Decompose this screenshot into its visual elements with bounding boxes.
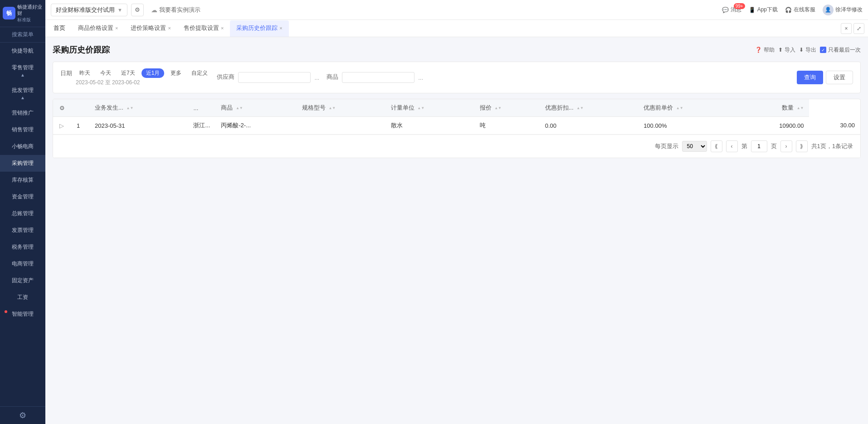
sidebar-item-smart[interactable]: 智能管理 <box>0 306 45 323</box>
page-number-input[interactable] <box>751 140 767 152</box>
page-next-button[interactable]: › <box>780 140 792 152</box>
tab-price[interactable]: 商品价格设置 × <box>72 20 124 37</box>
page-first-button[interactable]: ⟪ <box>711 140 722 152</box>
tab-sale-price-close[interactable]: × <box>221 25 224 31</box>
product-selector[interactable]: 好业财标准版交付试用 ▼ <box>51 4 127 16</box>
sidebar-item-ecommerce[interactable]: 电商管理 <box>0 255 45 272</box>
sidebar-item-invoice[interactable]: 发票管理 <box>0 222 45 239</box>
export-button[interactable]: ⬇ 导出 <box>799 46 816 54</box>
supplier-more-btn[interactable]: ... <box>312 74 321 81</box>
sidebar: 畅 畅捷通好业财 标准版 搜索菜单 快捷导航 零售管理 ▲ 批发管理 ▲ 营销推… <box>0 0 45 424</box>
tab-home[interactable]: 首页 <box>47 20 72 37</box>
user-info[interactable]: 👤 徐泽华修改 <box>823 5 863 15</box>
help-button[interactable]: ❓ 帮助 <box>755 46 775 54</box>
logo-icon: 畅 <box>3 7 15 19</box>
row-discount: 100.00% <box>638 117 739 135</box>
tab-close-button[interactable]: × <box>841 23 852 34</box>
tab-purchase-strategy[interactable]: 进价策略设置 × <box>124 20 177 37</box>
tab-sale-price[interactable]: 售价提取设置 × <box>177 20 230 37</box>
app-download-button[interactable]: 📱 App下载 <box>749 6 778 14</box>
discount-sort-icon: ▲▼ <box>576 106 584 110</box>
col-spec[interactable]: 规格型号 ▲▼ <box>297 99 385 117</box>
sidebar-item-fixed-assets[interactable]: 固定资产 <box>0 272 45 289</box>
tab-purchase-history-close[interactable]: × <box>279 25 282 31</box>
row-supplier: 浙江... <box>188 117 215 135</box>
col-date[interactable]: 业务发生... ▲▼ <box>89 99 188 117</box>
topbar-settings-button[interactable]: ⚙ <box>131 4 144 16</box>
topbar-right: 💬 消息 99+ 📱 App下载 🎧 在线客服 👤 徐泽华修改 <box>722 5 863 15</box>
sidebar-item-tax[interactable]: 税务管理 <box>0 239 45 255</box>
per-page-select[interactable]: 50 10 20 100 <box>682 141 707 152</box>
sidebar-item-wholesale[interactable]: 批发管理 ▲ <box>0 82 45 105</box>
online-service-button[interactable]: 🎧 在线客服 <box>785 6 815 14</box>
tab-price-close[interactable]: × <box>115 25 118 31</box>
query-button[interactable]: 查询 <box>797 71 823 84</box>
export-icon: ⬇ <box>799 47 804 53</box>
table-row: ▷ 1 2023-05-31 浙江... 丙烯酸-2-... 散水 吨 0.00… <box>53 117 860 135</box>
sidebar-item-payroll[interactable]: 工资 <box>0 289 45 306</box>
sidebar-item-finance[interactable]: 资金管理 <box>0 188 45 205</box>
only-last-checkbox[interactable] <box>820 47 826 53</box>
col-quantity[interactable]: 数量 ▲▼ <box>739 99 809 117</box>
price-sort-icon: ▲▼ <box>494 106 502 110</box>
supplier-filter-label: 供应商 <box>217 72 234 81</box>
date-today-btn[interactable]: 今天 <box>97 68 115 78</box>
tab-purchase-strategy-close[interactable]: × <box>168 25 171 31</box>
col-price[interactable]: 报价 ▲▼ <box>474 99 540 117</box>
page-prev-button[interactable]: ‹ <box>726 140 738 152</box>
sidebar-settings-button[interactable]: ⚙ <box>0 406 45 424</box>
sidebar-item-ledger[interactable]: 总账管理 <box>0 205 45 222</box>
sidebar-item-inventory[interactable]: 库存核算 <box>0 172 45 188</box>
import-button[interactable]: ⬆ 导入 <box>778 46 795 54</box>
col-unit[interactable]: 计量单位 ▲▼ <box>385 99 474 117</box>
col-product[interactable]: 商品 ▲▼ <box>215 99 297 117</box>
page-last-button[interactable]: ⟫ <box>796 140 808 152</box>
sidebar-quick-nav[interactable]: 快捷导航 <box>0 43 45 59</box>
row-spec <box>297 117 385 135</box>
filter-area: 日期 昨天 今天 近7天 近1月 更多 自定义 2023-05-02 至 202… <box>53 62 861 93</box>
col-more[interactable]: ... <box>188 99 215 117</box>
sidebar-item-retail[interactable]: 零售管理 ▲ <box>0 59 45 82</box>
demo-icon: ☁ <box>151 6 157 14</box>
col-discount[interactable]: 优惠折扣... ▲▼ <box>540 99 638 117</box>
sidebar-item-marketing[interactable]: 营销推广 <box>0 105 45 121</box>
tab-maximize-button[interactable]: ⤢ <box>853 23 864 34</box>
date-sort-icon: ▲▼ <box>126 106 133 110</box>
headset-icon: 🎧 <box>785 7 792 13</box>
date-yesterday-btn[interactable]: 昨天 <box>76 68 94 78</box>
sidebar-item-sales[interactable]: 销售管理 <box>0 121 45 138</box>
date-custom-btn[interactable]: 自定义 <box>188 68 211 78</box>
sidebar-item-purchase[interactable]: 采购管理 <box>0 155 45 172</box>
date-1month-btn[interactable]: 近1月 <box>141 68 165 78</box>
page-suffix: 页 <box>771 142 777 150</box>
supplier-input[interactable] <box>238 72 311 83</box>
product-more-btn[interactable]: ... <box>416 74 425 81</box>
demo-link[interactable]: ☁ 我要看实例演示 <box>151 6 200 14</box>
col-row-num <box>71 99 89 117</box>
product-input-group: ... <box>342 72 425 83</box>
sidebar-item-ecommerce-small[interactable]: 小畅电商 <box>0 138 45 155</box>
quantity-sort-icon: ▲▼ <box>797 106 804 110</box>
date-more-btn[interactable]: 更多 <box>167 68 185 78</box>
product-input[interactable] <box>342 72 414 83</box>
product-filter-label: 商品 <box>327 72 338 81</box>
col-pre-discount-price[interactable]: 优惠前单价 ▲▼ <box>638 99 739 117</box>
gear-icon[interactable]: ⚙ <box>59 105 65 111</box>
messages-button[interactable]: 💬 消息 99+ <box>722 6 741 14</box>
messages-badge: 99+ <box>734 3 745 9</box>
import-icon: ⬆ <box>778 47 783 53</box>
retail-arrow-icon: ▲ <box>20 72 25 77</box>
date-filter-label: 日期 <box>60 68 72 77</box>
sidebar-search[interactable]: 搜索菜单 <box>0 27 45 43</box>
col-gear[interactable]: ⚙ <box>53 99 71 117</box>
row-expand[interactable]: ▷ <box>53 117 71 135</box>
total-info: 共1页，1条记录 <box>811 142 853 150</box>
filter-settings-button[interactable]: 设置 <box>826 71 853 84</box>
expand-icon[interactable]: ▷ <box>59 122 64 129</box>
only-last-checkbox-group[interactable]: 只看最后一次 <box>820 46 861 54</box>
filter-row: 日期 昨天 今天 近7天 近1月 更多 自定义 2023-05-02 至 202… <box>60 68 853 87</box>
product-sort-icon: ▲▼ <box>236 106 243 110</box>
date-7days-btn[interactable]: 近7天 <box>117 68 139 78</box>
row-num: 1 <box>71 117 89 135</box>
tab-purchase-history[interactable]: 采购历史价跟踪 × <box>230 20 288 37</box>
